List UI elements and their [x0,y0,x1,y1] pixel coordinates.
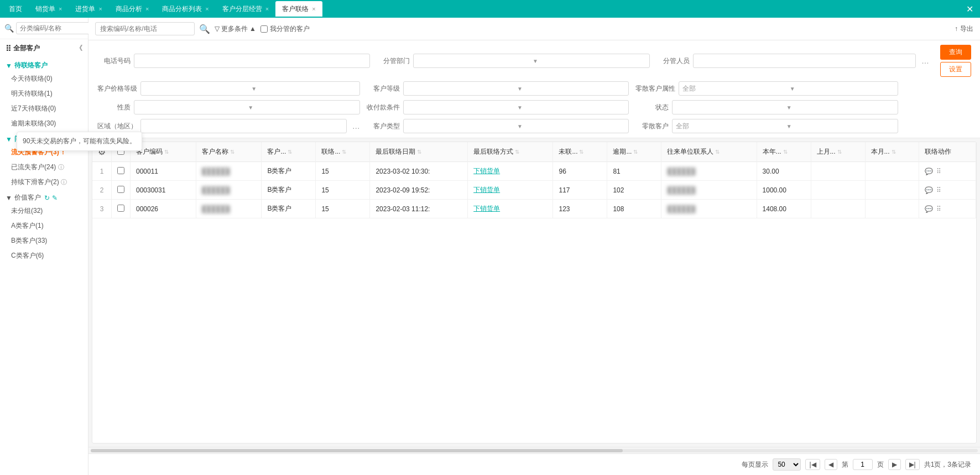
filter-more-btn[interactable]: ▽ 更多条件 ▲ [215,24,256,34]
sidebar-group-value[interactable]: ▼ 价值客户 ↻ ✎ [0,190,88,203]
tab-customer-tier-close[interactable]: × [265,6,269,12]
filter-customer-type-select[interactable]: ▼ [403,119,629,133]
tab-purchase-close[interactable]: × [98,6,102,12]
tab-purchase[interactable]: 进货单 × [69,1,108,17]
window-close-btn[interactable]: ✕ [962,4,978,14]
filter-customer-level-select[interactable]: ▼ [403,81,629,96]
sidebar-item-today[interactable]: 今天待联络(0) [0,71,88,86]
th-contact: 联络...⇅ [316,142,370,162]
edit-icon-value[interactable]: ✎ [52,194,58,202]
filter-nature-select[interactable]: ▼ [134,100,360,114]
filter-scattered-attr: 零散客户属性 全部 ▼ [635,81,898,96]
filter-status-select[interactable]: ▼ [672,100,898,114]
sidebar-item-overdue[interactable]: 逾期未联络(30) [0,116,88,131]
sidebar-item-a-class[interactable]: A类客户(1) [0,218,88,233]
sidebar-item-7days[interactable]: 近7天待联络(0) [0,101,88,116]
sidebar-item-b-class[interactable]: B类客户(33) [0,233,88,248]
filter-dept: 分管部门 ▼ [377,54,649,68]
tab-analysis-list-close[interactable]: × [205,6,208,12]
tab-customer-contact[interactable]: 客户联络 × [275,1,322,17]
sort-icon-last-month[interactable]: ⇅ [837,149,842,155]
next-page-btn[interactable]: ▶ [888,459,901,470]
first-page-btn[interactable]: |◀ [805,459,820,470]
settings-btn[interactable]: 设置 [940,62,971,77]
sidebar-header[interactable]: ⠿ 全部客户 《 [0,39,88,58]
query-btn[interactable]: 查询 [940,45,971,60]
tab-sales[interactable]: 销货单 × [29,1,69,17]
page-input[interactable] [853,459,873,470]
sort-icon-contact[interactable]: ⇅ [342,149,346,155]
row-overdue: 108 [607,200,661,218]
filter-search-input[interactable] [95,22,195,35]
table-header-row: ⚙ 客户编码⇅ 客户名称⇅ 客户...⇅ 联络...⇅ 最后联络日期⇅ 最后联络… [92,142,976,162]
filter-status: 状态 ▼ [635,100,898,114]
sidebar-item-churned[interactable]: 已流失客户(24) ⓘ [0,160,88,175]
action-more-icon[interactable]: ⠿ [936,186,941,194]
sidebar-item-c-class[interactable]: C类客户(6) [0,248,88,263]
tab-analysis[interactable]: 商品分析 × [109,1,155,17]
sort-icon-this-month[interactable]: ⇅ [892,149,896,155]
sort-icon-last-date[interactable]: ⇅ [417,149,421,155]
horizontal-scrollbar[interactable] [88,447,980,453]
tab-customer-contact-close[interactable]: × [312,6,315,12]
filter-price-level-select[interactable]: ▼ [140,81,360,96]
th-overdue: 逾期...⇅ [607,142,661,162]
filter-payment: 收付款条件 ▼ [367,100,629,114]
my-customers-checkbox[interactable] [260,25,268,33]
action-contact-icon[interactable]: 💬 [925,205,933,213]
row-checkbox-cell [112,200,131,218]
sort-icon-contact-person[interactable]: ⇅ [715,149,720,155]
filter-search-btn[interactable]: 🔍 [199,24,210,34]
filter-customer-level-label: 客户等级 [367,84,400,93]
last-way-link[interactable]: 下销货单 [473,167,500,175]
last-way-link[interactable]: 下销货单 [473,186,500,194]
action-more-icon[interactable]: ⠿ [936,205,941,213]
filter-phone-input[interactable] [134,54,370,68]
filter-region-dots[interactable]: … [352,122,360,131]
tab-sales-close[interactable]: × [59,6,62,12]
tab-analysis-list[interactable]: 商品分析列表 × [155,1,215,17]
row-last-date: 2023-02-09 19:52: [370,181,468,200]
row-checkbox[interactable] [117,167,124,174]
filter-scattered-select[interactable]: 全部 ▼ [672,119,898,133]
chevron-down-icon-pending: ▼ [6,62,12,70]
refresh-icon-value[interactable]: ↻ [44,194,50,202]
scrollbar-thumb[interactable] [91,449,623,452]
row-checkbox[interactable] [117,205,124,212]
sort-icon-name[interactable]: ⇅ [230,149,234,155]
sidebar-item-ungrouped[interactable]: 未分组(32) [0,203,88,218]
sort-icon-code[interactable]: ⇅ [164,149,169,155]
filter-scattered-attr-select[interactable]: 全部 ▼ [679,81,898,96]
th-last-month: 上月...⇅ [811,142,865,162]
tab-analysis-close[interactable]: × [145,6,149,12]
filter-person-dots[interactable]: … [921,56,929,65]
tab-customer-tier[interactable]: 客户分层经营 × [216,1,275,17]
filter-region-select[interactable] [140,119,347,133]
sort-icon-type[interactable]: ⇅ [288,149,292,155]
prev-page-btn[interactable]: ◀ [825,459,837,470]
sort-icon-overdue[interactable]: ⇅ [633,149,638,155]
row-checkbox[interactable] [117,186,124,193]
total-label: 共1页，3条记录 [924,460,971,469]
filter-payment-select[interactable]: ▼ [403,100,629,114]
sidebar-collapse-btn[interactable]: 《 [76,44,82,53]
export-btn[interactable]: ↑ 导出 [955,24,973,34]
sort-icon-unlink[interactable]: ⇅ [579,149,583,155]
sidebar-group-pending[interactable]: ▼ 待联络客户 [0,58,88,71]
row-this-month [865,181,919,200]
my-customers-checkbox-label[interactable]: 我分管的客户 [260,24,310,34]
sidebar-item-tomorrow[interactable]: 明天待联络(1) [0,86,88,101]
last-page-btn[interactable]: ▶| [905,459,920,470]
sidebar-item-declining[interactable]: 持续下滑客户(2) ⓘ [0,175,88,190]
per-page-select[interactable]: 50 100 200 [773,458,801,471]
action-more-icon[interactable]: ⠿ [936,168,941,175]
sort-icon-this-year[interactable]: ⇅ [783,149,788,155]
last-way-link[interactable]: 下销货单 [473,205,500,212]
row-last-way: 下销货单 [468,162,553,181]
action-contact-icon[interactable]: 💬 [925,186,933,194]
filter-person-select[interactable] [693,54,916,68]
filter-dept-select[interactable]: ▼ [413,54,649,68]
sort-icon-last-way[interactable]: ⇅ [515,149,519,155]
tab-home[interactable]: 首页 [2,1,29,17]
action-contact-icon[interactable]: 💬 [925,168,933,175]
